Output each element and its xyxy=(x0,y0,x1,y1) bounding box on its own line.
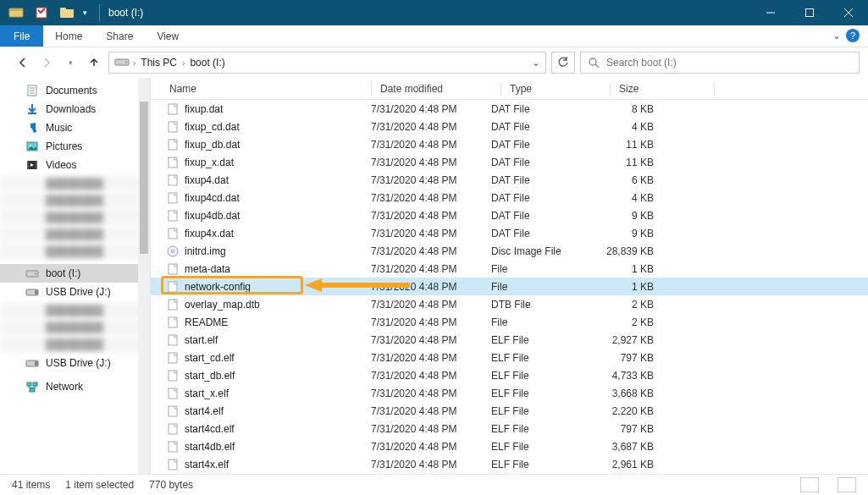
nav-item-pictures[interactable]: Pictures xyxy=(0,137,150,156)
help-icon[interactable]: ? xyxy=(846,29,860,42)
nav-item-redacted[interactable]: ████████ xyxy=(0,210,150,225)
tab-share[interactable]: Share xyxy=(94,25,145,47)
file-type: DAT File xyxy=(491,157,591,168)
refresh-button[interactable] xyxy=(551,52,575,74)
up-button[interactable] xyxy=(85,53,103,72)
file-row[interactable]: overlay_map.dtb7/31/2020 4:48 PMDTB File… xyxy=(151,295,868,313)
tab-file[interactable]: File xyxy=(0,25,43,47)
file-row[interactable]: network-config7/31/2020 4:48 PMFile1 KB xyxy=(151,278,868,295)
nav-item-redacted[interactable]: ████████ xyxy=(0,303,150,318)
col-type[interactable]: Type xyxy=(510,83,610,95)
nav-item-redacted[interactable]: ████████ xyxy=(0,227,150,242)
file-size: 2,220 KB xyxy=(591,405,654,417)
breadcrumb-current[interactable]: boot (I:) xyxy=(188,57,226,69)
file-row[interactable]: start4cd.elf7/31/2020 4:48 PMELF File797… xyxy=(151,420,868,437)
nav-item-redacted[interactable]: ████████ xyxy=(0,193,150,208)
breadcrumb-root[interactable]: This PC xyxy=(139,57,179,69)
file-size: 3,668 KB xyxy=(591,388,654,399)
qat-properties-icon[interactable] xyxy=(32,3,51,22)
file-row[interactable]: start_db.elf7/31/2020 4:48 PMELF File4,7… xyxy=(151,366,868,384)
nav-item-redacted[interactable]: ████████ xyxy=(0,320,150,335)
file-size: 8 KB xyxy=(591,103,654,115)
close-button[interactable] xyxy=(829,0,868,25)
file-row[interactable]: fixup4.dat7/31/2020 4:48 PMDAT File6 KB xyxy=(151,171,868,189)
nav-item-network[interactable]: Network xyxy=(0,377,150,396)
file-row[interactable]: fixup4cd.dat7/31/2020 4:48 PMDAT File4 K… xyxy=(151,189,868,206)
file-row[interactable]: start4.elf7/31/2020 4:48 PMELF File2,220… xyxy=(151,402,868,420)
svg-rect-49 xyxy=(169,371,177,381)
file-row[interactable]: initrd.img7/31/2020 4:48 PMDisc Image Fi… xyxy=(151,242,868,260)
file-name: start4db.elf xyxy=(185,441,235,453)
ribbon-expand-icon[interactable]: ⌄ xyxy=(832,30,841,41)
file-type: DAT File xyxy=(491,192,591,204)
file-row[interactable]: start4db.elf7/31/2020 4:48 PMELF File3,6… xyxy=(151,437,868,455)
svg-point-42 xyxy=(172,250,174,252)
nav-scrollbar[interactable] xyxy=(138,78,150,474)
nav-item-redacted[interactable]: ████████ xyxy=(0,337,150,352)
forward-button[interactable] xyxy=(37,53,56,72)
file-row[interactable]: meta-data7/31/2020 4:48 PMFile1 KB xyxy=(151,260,868,278)
file-row[interactable]: README7/31/2020 4:48 PMFile2 KB xyxy=(151,313,868,331)
nav-item-boot-i-[interactable]: boot (I:) xyxy=(0,264,150,283)
nav-item-videos[interactable]: Videos xyxy=(0,156,150,174)
file-name: network-config xyxy=(185,281,251,293)
view-thumbnails-button[interactable] xyxy=(838,477,856,492)
nav-item-music[interactable]: Music xyxy=(0,118,150,137)
col-date[interactable]: Date modified xyxy=(380,83,500,95)
file-name: fixup4cd.dat xyxy=(185,192,240,204)
minimize-button[interactable] xyxy=(751,0,790,25)
address-dropdown-icon[interactable]: ⌄ xyxy=(532,57,540,69)
file-size: 2 KB xyxy=(591,316,654,328)
file-icon xyxy=(166,316,180,329)
address-bar[interactable]: › This PC › boot (I:) ⌄ xyxy=(108,52,546,74)
nav-item-usb-drive-j-[interactable]: USB Drive (J:) xyxy=(0,354,150,372)
qat-dropdown-icon[interactable]: ▾ xyxy=(83,8,87,17)
file-row[interactable]: fixup4x.dat7/31/2020 4:48 PMDAT File9 KB xyxy=(151,224,868,242)
file-date: 7/31/2020 4:48 PM xyxy=(371,441,491,453)
view-details-button[interactable] xyxy=(800,477,819,492)
file-row[interactable]: fixup.dat7/31/2020 4:48 PMDAT File8 KB xyxy=(151,100,868,118)
file-type: ELF File xyxy=(491,388,591,399)
file-icon xyxy=(166,138,180,151)
nav-item-downloads[interactable]: Downloads xyxy=(0,100,150,118)
tab-home[interactable]: Home xyxy=(43,25,94,47)
svg-rect-36 xyxy=(169,157,177,168)
nav-item-redacted[interactable]: ████████ xyxy=(0,244,150,259)
file-row[interactable]: start.elf7/31/2020 4:48 PMELF File2,927 … xyxy=(151,331,868,349)
nav-item-redacted[interactable]: ████████ xyxy=(0,176,150,191)
nav-item-documents[interactable]: Documents xyxy=(0,81,150,100)
file-name: fixup4x.dat xyxy=(185,228,234,239)
tab-view[interactable]: View xyxy=(145,25,191,47)
col-name[interactable]: Name xyxy=(166,83,371,95)
file-type: File xyxy=(491,281,591,293)
col-size[interactable]: Size xyxy=(619,83,682,95)
file-row[interactable]: fixup4db.dat7/31/2020 4:48 PMDAT File9 K… xyxy=(151,206,868,224)
file-date: 7/31/2020 4:48 PM xyxy=(371,228,491,239)
nav-pane: DocumentsDownloadsMusicPicturesVideos███… xyxy=(0,78,151,474)
drive-icon xyxy=(114,57,130,69)
file-row[interactable]: fixup_x.dat7/31/2020 4:48 PMDAT File11 K… xyxy=(151,153,868,171)
file-row[interactable]: fixup_db.dat7/31/2020 4:48 PMDAT File11 … xyxy=(151,135,868,153)
file-type: DAT File xyxy=(491,228,591,239)
file-name: start4x.elf xyxy=(185,459,229,470)
file-type: ELF File xyxy=(491,370,591,382)
svg-rect-21 xyxy=(27,161,29,169)
svg-line-12 xyxy=(595,64,599,68)
maximize-button[interactable] xyxy=(790,0,829,25)
qat-folder-icon[interactable] xyxy=(58,3,76,22)
svg-rect-35 xyxy=(169,140,177,150)
search-box[interactable] xyxy=(580,52,860,74)
file-row[interactable]: start4x.elf7/31/2020 4:48 PMELF File2,96… xyxy=(151,455,868,473)
search-input[interactable] xyxy=(606,57,852,69)
back-button[interactable] xyxy=(14,53,32,72)
file-row[interactable]: fixup_cd.dat7/31/2020 4:48 PMDAT File4 K… xyxy=(151,118,868,135)
nav-item-usb-drive-j-[interactable]: USB Drive (J:) xyxy=(0,283,150,301)
file-row[interactable]: start_x.elf7/31/2020 4:48 PMELF File3,66… xyxy=(151,384,868,402)
file-row[interactable]: start_cd.elf7/31/2020 4:48 PMELF File797… xyxy=(151,349,868,366)
svg-point-10 xyxy=(125,62,127,63)
file-date: 7/31/2020 4:48 PM xyxy=(371,316,491,328)
svg-rect-31 xyxy=(33,382,37,386)
breadcrumb-sep-icon: › xyxy=(182,58,185,68)
recent-dropdown[interactable]: ▾ xyxy=(61,53,80,72)
file-date: 7/31/2020 4:48 PM xyxy=(371,157,491,168)
